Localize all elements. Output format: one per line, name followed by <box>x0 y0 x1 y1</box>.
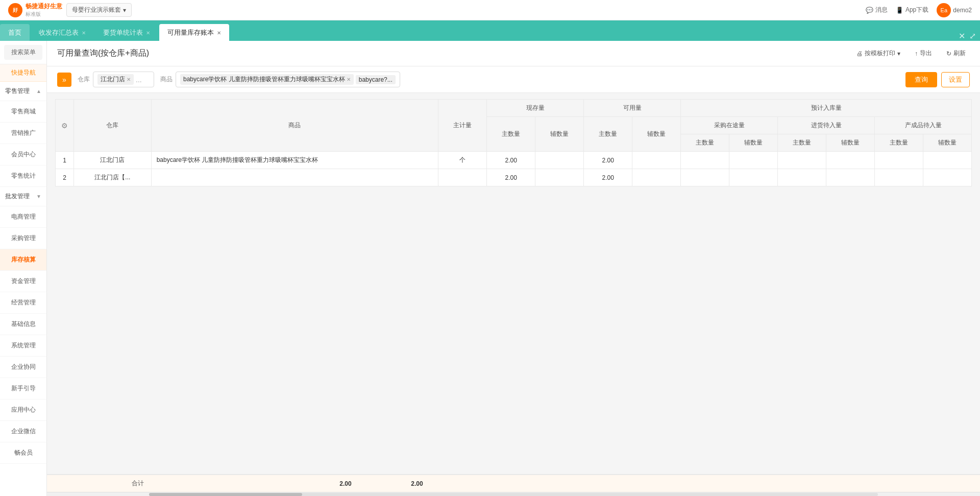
available-tab-label: 可用量库存账本 <box>167 28 214 37</box>
export-btn[interactable]: ↑ 导出 <box>911 47 936 60</box>
sidebar-item-marketing[interactable]: 营销推广 <box>0 123 46 144</box>
cell-purchase-main <box>681 169 729 186</box>
cell-incoming-aux <box>826 169 875 186</box>
th-production-aux: 辅数量 <box>923 134 971 152</box>
cell-avail-main: 2.00 <box>584 152 632 169</box>
content-area: 可用量查询(按仓库+商品) 🖨 按模板打印 ▾ ↑ 导出 ↻ 刷新 <box>47 41 980 496</box>
cell-production-main <box>875 169 923 186</box>
tab-home[interactable]: 首页 <box>0 24 30 41</box>
sidebar-item-purchase[interactable]: 采购管理 <box>0 228 46 249</box>
phone-icon: 📱 <box>896 7 903 14</box>
logo-text: 畅捷通好生意 标准版 <box>26 2 62 18</box>
th-avail-main: 主数量 <box>584 117 632 152</box>
sidebar-item-inventory[interactable]: 库存核算 <box>0 249 46 271</box>
sidebar-item-basic[interactable]: 基础信息 <box>0 314 46 335</box>
cell-incoming-main <box>778 152 826 169</box>
cell-production-main <box>875 152 923 169</box>
close-orders-tab[interactable]: ✕ <box>146 30 150 36</box>
user-profile[interactable]: Ea demo2 <box>937 3 972 17</box>
th-incoming-aux: 辅数量 <box>826 134 875 152</box>
sidebar-item-vip[interactable]: 畅会员 <box>0 442 46 464</box>
tab-receipts[interactable]: 收发存汇总表 ✕ <box>31 24 94 41</box>
product-tag-2: babycare?... <box>356 75 396 84</box>
sidebar-item-finance[interactable]: 资金管理 <box>0 271 46 292</box>
product-tag-1: babycare学饮杯 儿童防摔防撞吸管杯重力球吸嘴杯宝宝水杯 ✕ <box>180 74 354 85</box>
th-current-stock: 现存量 <box>487 100 584 117</box>
close-all-tabs-btn[interactable]: ✕ <box>959 31 965 41</box>
th-purchase-main: 主数量 <box>681 134 729 152</box>
sidebar-item-wholesale[interactable]: 批发管理 ▼ <box>0 187 46 206</box>
th-purchase: 采购在途量 <box>681 117 778 134</box>
app-download-btn[interactable]: 📱 App下载 <box>896 6 928 14</box>
expand-tabs-btn[interactable]: ⤢ <box>969 31 976 41</box>
sidebar-item-enterprise[interactable]: 企业协同 <box>0 357 46 378</box>
message-btn[interactable]: 💬 消息 <box>866 6 888 14</box>
th-current-main: 主数量 <box>487 117 535 152</box>
double-arrow-icon: » <box>62 76 66 84</box>
main-layout: 搜索菜单 快捷导航 零售管理 ▲ 零售商城 营销推广 会员中心 零售统计 批发管… <box>0 41 980 496</box>
orders-tab-label: 要货单统计表 <box>103 28 143 37</box>
table-row: 2 江北门店【... 2.00 2.00 <box>56 169 972 186</box>
scroll-thumb[interactable] <box>149 493 302 496</box>
footer-label: 合计 <box>132 479 144 488</box>
table-footer: 合计 2.00 2.00 <box>47 474 980 492</box>
query-btn[interactable]: 查询 <box>905 72 937 87</box>
tab-orders[interactable]: 要货单统计表 ✕ <box>95 24 158 41</box>
warehouse-dots[interactable]: ... <box>136 76 142 84</box>
cell-unit <box>438 169 487 186</box>
th-production-main: 主数量 <box>875 134 923 152</box>
tenant-selector[interactable]: 母婴行业演示账套 ▾ <box>66 3 132 17</box>
setting-btn[interactable]: 设置 <box>941 72 970 87</box>
cell-purchase-aux <box>729 152 778 169</box>
sidebar-search-area: 搜索菜单 <box>0 41 46 64</box>
refresh-btn[interactable]: ↻ 刷新 <box>942 47 970 60</box>
cell-current-main: 2.00 <box>487 169 535 186</box>
wholesale-label: 批发管理 <box>5 192 30 201</box>
remove-warehouse-tag[interactable]: ✕ <box>127 77 131 82</box>
th-product: 商品 <box>151 100 438 152</box>
quick-nav-btn[interactable]: 快捷导航 <box>0 64 46 82</box>
close-available-tab[interactable]: ✕ <box>217 30 221 36</box>
sidebar-item-ecommerce[interactable]: 电商管理 <box>0 206 46 228</box>
remove-product-tag-1[interactable]: ✕ <box>347 77 351 82</box>
receipts-tab-label: 收发存汇总表 <box>39 28 79 37</box>
sidebar-item-retail-shop[interactable]: 零售商城 <box>0 101 46 123</box>
message-icon: 💬 <box>866 7 873 14</box>
cell-purchase-aux <box>729 169 778 186</box>
cell-production-aux <box>923 169 971 186</box>
sidebar-item-newguide[interactable]: 新手引导 <box>0 378 46 399</box>
cell-avail-aux <box>632 169 681 186</box>
sidebar-item-system[interactable]: 系统管理 <box>0 335 46 357</box>
scroll-bar[interactable] <box>47 492 980 496</box>
footer-current-main: 2.00 <box>328 480 363 487</box>
cell-avail-main: 2.00 <box>584 169 632 186</box>
warehouse-input[interactable]: 江北门店 ✕ ... <box>93 72 154 87</box>
nav-tabs: 首页 收发存汇总表 ✕ 要货单统计表 ✕ 可用量库存账本 ✕ ✕ ⤢ <box>0 20 980 41</box>
search-menu-btn[interactable]: 搜索菜单 <box>4 45 42 60</box>
close-receipts-tab[interactable]: ✕ <box>82 30 86 36</box>
th-current-aux: 辅数量 <box>535 117 584 152</box>
home-tab-label: 首页 <box>8 28 21 37</box>
product-input[interactable]: babycare学饮杯 儿童防摔防撞吸管杯重力球吸嘴杯宝宝水杯 ✕ babyca… <box>176 72 400 87</box>
sidebar-item-appcenter[interactable]: 应用中心 <box>0 399 46 421</box>
filter-bar: » 仓库 江北门店 ✕ ... 商品 babycare学饮杯 儿童防摔防撞吸管杯… <box>47 66 980 93</box>
settings-icon[interactable]: ⚙ <box>61 122 68 130</box>
logo-icon: 好 <box>8 3 22 17</box>
sidebar-item-retail[interactable]: 零售管理 ▲ <box>0 82 46 101</box>
cell-incoming-aux <box>826 152 875 169</box>
sidebar-item-members[interactable]: 会员中心 <box>0 144 46 166</box>
retail-label: 零售管理 <box>5 87 30 96</box>
logo-area: 好 畅捷通好生意 标准版 <box>8 2 62 18</box>
product-label: 商品 <box>160 75 173 84</box>
data-table: ⚙ 仓库 商品 主计量 现存量 可用量 预计入库量 主数量 辅数量 主数量 辅数… <box>55 99 972 186</box>
sidebar-item-retail-stats[interactable]: 零售统计 <box>0 166 46 187</box>
sidebar-item-business[interactable]: 经营管理 <box>0 292 46 314</box>
print-btn[interactable]: 🖨 按模板打印 ▾ <box>852 47 904 60</box>
tab-available[interactable]: 可用量库存账本 ✕ <box>159 24 229 41</box>
cell-warehouse: 江北门店 <box>74 152 152 169</box>
th-production: 产成品待入量 <box>875 117 972 134</box>
sidebar-item-corpwechat[interactable]: 企业微信 <box>0 421 46 442</box>
filter-toggle-btn[interactable]: » <box>57 73 71 87</box>
cell-avail-aux <box>632 152 681 169</box>
chevron-icon: ▲ <box>36 88 41 94</box>
